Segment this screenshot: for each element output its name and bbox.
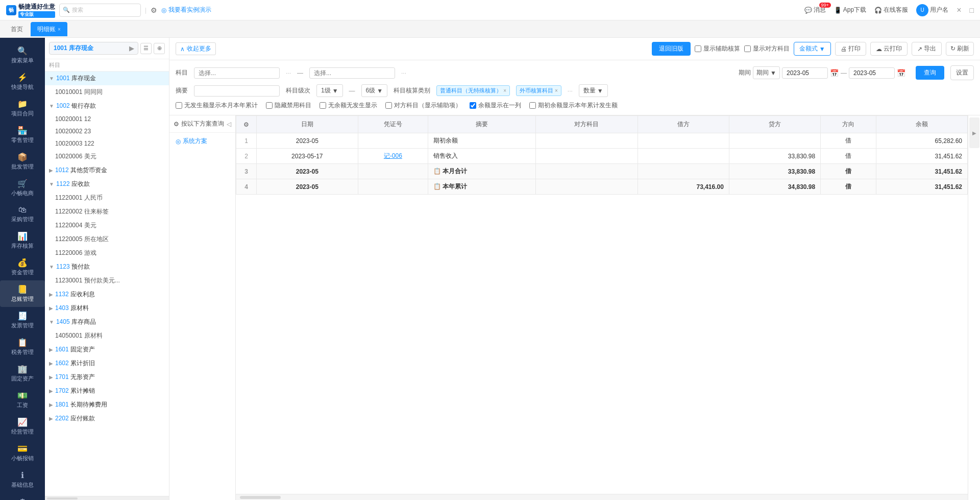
sidebar-item-ecommerce[interactable]: 🛒 小畅电商 xyxy=(0,175,45,201)
checkbox-show-counter[interactable] xyxy=(385,102,392,109)
tree-node-10010001[interactable]: 10010001 同同同 xyxy=(45,85,169,99)
tree-node-14050001[interactable]: 14050001 原材料 xyxy=(45,329,169,343)
tree-node-11220001[interactable]: 11220001 人民币 xyxy=(45,191,169,205)
show-counterpart-check[interactable]: 显示对方科目 xyxy=(744,44,790,53)
tag-close-icon[interactable]: × xyxy=(503,88,506,93)
refresh-btn[interactable]: ↻ 刷新 xyxy=(946,42,974,56)
tree-action-expand[interactable]: ⊕ xyxy=(154,43,165,54)
sidebar-item-base[interactable]: ℹ 基础信息 xyxy=(0,466,45,493)
setting-btn[interactable]: 设置 xyxy=(950,65,974,80)
sidebar-item-operations[interactable]: 📈 经营管理 xyxy=(0,413,45,440)
demo-link[interactable]: ◎ 我要看实例演示 xyxy=(161,6,211,14)
level-to-select[interactable]: 6级 ▼ xyxy=(361,84,388,97)
sidebar-item-tax[interactable]: 📋 税务管理 xyxy=(0,334,45,360)
tree-node-2202[interactable]: ▶ 2202 应付账款 xyxy=(45,412,169,425)
tree-node-1602[interactable]: ▶ 1602 累计折旧 xyxy=(45,356,169,370)
show-counterpart-checkbox[interactable] xyxy=(744,45,751,52)
tree-node-10020003[interactable]: 10020003 122 xyxy=(45,137,169,150)
sidebar-item-inventory[interactable]: 📊 库存核算 xyxy=(0,227,45,254)
settings-icon[interactable]: ⚙ xyxy=(151,6,157,14)
topbar-search[interactable]: 🔍 搜索 xyxy=(59,4,141,17)
tree-node-1601[interactable]: ▶ 1601 固定资产 xyxy=(45,343,169,356)
back-old-btn[interactable]: 退回旧版 xyxy=(652,42,691,56)
tree-node-1002[interactable]: ▼ 1002 银行存款 xyxy=(45,99,169,113)
tree-node-1132[interactable]: ▶ 1132 应收利息 xyxy=(45,288,169,301)
cell-voucher-2[interactable]: 记-006 xyxy=(358,149,428,164)
print-btn[interactable]: 🖨 打印 xyxy=(835,42,866,56)
query-btn[interactable]: 查询 xyxy=(916,66,944,80)
tree-node-11220002[interactable]: 11220002 往来标签 xyxy=(45,205,169,219)
level-from-select[interactable]: 1级 ▼ xyxy=(316,84,343,97)
tag-close-icon-2[interactable]: × xyxy=(555,88,558,93)
tab-close-icon[interactable]: × xyxy=(58,27,61,32)
tree-node-1801[interactable]: ▶ 1801 长期待摊费用 xyxy=(45,398,169,412)
checkbox-balance-one-col[interactable] xyxy=(470,102,476,109)
jine-btn[interactable]: 金额式 ▼ xyxy=(794,42,831,56)
sidebar-item-project[interactable]: 📁 项目合同 xyxy=(0,95,45,122)
export-btn[interactable]: ↗ 导出 xyxy=(912,42,942,56)
tab-detail[interactable]: 明细账 × xyxy=(31,22,67,36)
online-service-btn[interactable]: 🎧 在线客服 xyxy=(874,6,908,14)
expand-btn[interactable]: ∧ 收起更多 xyxy=(176,42,216,55)
check-hide-disabled[interactable]: 隐藏禁用科目 xyxy=(266,101,311,110)
collapse-scheme-icon[interactable]: ◁ xyxy=(227,121,231,128)
check-show-counter[interactable]: 对方科目（显示辅助项） xyxy=(385,101,461,110)
sidebar-item-search[interactable]: 🔍 搜索菜单 xyxy=(0,42,45,68)
messages-btn[interactable]: 💬 消息 99+ xyxy=(804,6,826,14)
tree-node-1123[interactable]: ▼ 1123 预付款 xyxy=(45,260,169,274)
sidebar-item-purchase[interactable]: 🛍 采购管理 xyxy=(0,201,45,227)
right-panel-btn[interactable]: ▶ xyxy=(969,117,979,148)
user-avatar[interactable]: U 用户名 xyxy=(916,4,948,16)
tab-home[interactable]: 首页 xyxy=(4,22,30,36)
quantity-btn[interactable]: 数量 ▼ xyxy=(579,84,608,97)
tree-node-1701[interactable]: ▶ 1701 无形资产 xyxy=(45,370,169,384)
tree-action-list[interactable]: ☰ xyxy=(140,43,152,54)
checkbox-period-occur[interactable] xyxy=(529,102,536,109)
tree-node-1001[interactable]: ▼ 1001 库存现金 xyxy=(45,72,169,85)
checkbox-no-occur[interactable] xyxy=(176,102,182,109)
sidebar-item-ledger[interactable]: 📒 总账管理 xyxy=(0,280,45,307)
show-auxiliary-check[interactable]: 显示辅助核算 xyxy=(695,44,740,53)
check-no-balance[interactable]: 无余额无发生显示 xyxy=(320,101,377,110)
check-period-occur[interactable]: 期初余额显示本年累计发生额 xyxy=(529,101,618,110)
sidebar-item-wholesale[interactable]: 📦 批发管理 xyxy=(0,148,45,175)
summary-input[interactable] xyxy=(194,85,280,97)
sidebar-item-salary[interactable]: 💵 工资 xyxy=(0,387,45,413)
maximize-btn[interactable]: □ xyxy=(970,6,974,14)
close-btn[interactable]: × xyxy=(957,6,961,15)
period-to-input[interactable] xyxy=(849,67,895,79)
tree-node-11220006[interactable]: 11220006 游戏 xyxy=(45,246,169,260)
col-settings[interactable]: ⚙ xyxy=(236,116,257,133)
check-balance-one-col[interactable]: 余额显示在一列 xyxy=(470,101,521,110)
checkbox-hide-disabled[interactable] xyxy=(266,102,273,109)
scheme-system-item[interactable]: ◎ 系统方案 xyxy=(169,133,235,150)
sidebar-item-assets[interactable]: 🏢 固定资产 xyxy=(0,360,45,387)
tree-node-10020006[interactable]: 10020006 美元 xyxy=(45,150,169,163)
sidebar-item-invoice[interactable]: 🧾 发票管理 xyxy=(0,307,45,334)
subject-input-2[interactable] xyxy=(309,67,395,79)
sidebar-item-retail[interactable]: 🏪 零售管理 xyxy=(0,122,45,148)
period-from-input[interactable] xyxy=(782,67,828,79)
tree-node-10020002[interactable]: 10020002 23 xyxy=(45,125,169,137)
tree-node-1405[interactable]: ▼ 1405 库存商品 xyxy=(45,315,169,329)
period-type-select[interactable]: 期间 ▼ xyxy=(753,66,780,79)
app-download-btn[interactable]: 📱 App下载 xyxy=(834,6,866,14)
tree-node-11230001[interactable]: 11230001 预付款美元... xyxy=(45,274,169,288)
tree-node-11220004[interactable]: 11220004 美元 xyxy=(45,219,169,232)
sidebar-item-quicknav[interactable]: ⚡ 快捷导航 xyxy=(0,68,45,95)
tree-node-10020001[interactable]: 10020001 12 xyxy=(45,113,169,125)
tree-node-1403[interactable]: ▶ 1403 原材料 xyxy=(45,301,169,315)
tree-node-1012[interactable]: ▶ 1012 其他货币资金 xyxy=(45,163,169,177)
tree-node-11220005[interactable]: 11220005 所在地区 xyxy=(45,232,169,246)
sidebar-item-capital[interactable]: 💰 资金管理 xyxy=(0,254,45,280)
tree-node-1702[interactable]: ▶ 1702 累计摊销 xyxy=(45,384,169,398)
checkbox-no-balance[interactable] xyxy=(320,102,326,109)
check-no-occur[interactable]: 无发生额显示本月本年累计 xyxy=(176,101,258,110)
account-selector[interactable]: 1001 库存现金 ▶ xyxy=(49,42,138,55)
tree-node-1122[interactable]: ▼ 1122 应收款 xyxy=(45,177,169,191)
show-auxiliary-checkbox[interactable] xyxy=(695,45,701,52)
col-settings-icon[interactable]: ⚙ xyxy=(243,121,249,128)
sidebar-item-system[interactable]: ⚙ 系统管理 xyxy=(0,493,45,500)
sidebar-item-sales[interactable]: 💳 小畅报销 xyxy=(0,440,45,466)
subject-input[interactable] xyxy=(194,67,280,79)
